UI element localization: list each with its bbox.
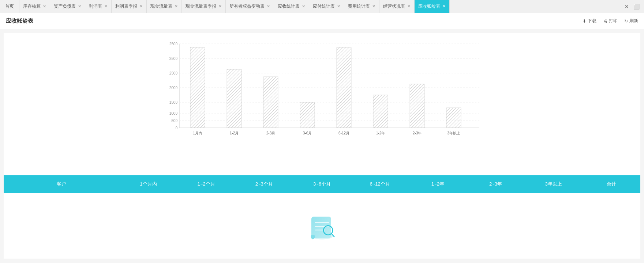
tab-expense-stat[interactable]: 费用统计表 ✕ [344, 0, 379, 13]
refresh-icon: ↻ [624, 19, 628, 24]
window-maximize-btn[interactable]: ⬜ [632, 3, 641, 10]
bar-chart: 2500 2500 2500 2000 1500 1000 500 0 1月内 … [15, 40, 629, 142]
col-1-2year: 1~2年 [409, 181, 467, 187]
main-content: 2500 2500 2500 2000 1500 1000 500 0 1月内 … [4, 33, 640, 259]
svg-text:1-2月: 1-2月 [230, 131, 239, 135]
empty-icon [304, 207, 340, 244]
svg-text:0: 0 [175, 126, 177, 130]
tab-close-inventory[interactable]: ✕ [43, 4, 46, 9]
window-controls: ✕ ⬜ [620, 3, 644, 10]
tab-inventory[interactable]: 库存核算 ✕ [19, 0, 50, 13]
col-3year-plus: 3年以上 [525, 181, 583, 187]
col-2-3year: 2~3年 [467, 181, 524, 187]
svg-rect-24 [300, 102, 315, 128]
svg-text:1月内: 1月内 [193, 131, 202, 135]
tab-close-profit-quarter[interactable]: ✕ [139, 4, 143, 9]
tab-close-ar-aging[interactable]: ✕ [442, 4, 446, 9]
svg-rect-20 [227, 69, 242, 128]
page-actions: ⬇ 下载 🖨 打印 ↻ 刷新 [583, 18, 638, 24]
svg-rect-22 [263, 77, 278, 128]
col-1-2month: 1~2个月 [177, 181, 235, 187]
col-1month: 1个月内 [119, 181, 177, 187]
svg-text:500: 500 [171, 119, 177, 123]
svg-text:2-3年: 2-3年 [413, 131, 422, 135]
tab-close-equity[interactable]: ✕ [267, 4, 270, 9]
svg-text:6-12月: 6-12月 [338, 131, 349, 135]
tab-close-cashflow[interactable]: ✕ [175, 4, 178, 9]
svg-text:1000: 1000 [169, 111, 178, 115]
svg-rect-32 [446, 108, 461, 128]
tab-profit-quarter[interactable]: 利润表季报 ✕ [112, 0, 147, 13]
page-title: 应收账龄表 [6, 18, 33, 24]
print-button[interactable]: 🖨 打印 [603, 18, 618, 24]
svg-text:2500: 2500 [169, 42, 178, 46]
tab-cashflow-quarter[interactable]: 现金流量表季报 ✕ [182, 0, 226, 13]
svg-text:3年以上: 3年以上 [447, 131, 460, 135]
col-6-12month: 6~12个月 [351, 181, 409, 187]
svg-rect-28 [373, 95, 388, 128]
col-2-3month: 2~3个月 [235, 181, 293, 187]
svg-text:1-2年: 1-2年 [376, 131, 385, 135]
window-close-btn[interactable]: ✕ [623, 3, 630, 10]
tab-ar-aging[interactable]: 应收账龄表 ✕ [415, 0, 450, 13]
download-icon: ⬇ [583, 19, 586, 24]
download-button[interactable]: ⬇ 下载 [583, 18, 596, 24]
tab-operations[interactable]: 经营状况表 ✕ [379, 0, 415, 13]
tab-close-profit[interactable]: ✕ [104, 4, 108, 9]
tab-bar: 首页 库存核算 ✕ 资产负债表 ✕ 利润表 ✕ 利润表季报 ✕ 现金流量表 ✕ … [0, 0, 644, 13]
refresh-button[interactable]: ↻ 刷新 [624, 18, 638, 24]
svg-text:2500: 2500 [169, 57, 178, 61]
col-customer: 客户 [4, 181, 119, 187]
svg-text:2000: 2000 [169, 86, 178, 90]
col-3-6month: 3~6个月 [293, 181, 351, 187]
svg-rect-30 [410, 84, 424, 128]
table-header: 客户 1个月内 1~2个月 2~3个月 3~6个月 6~12个月 1~2年 2~… [4, 175, 640, 193]
tab-equity[interactable]: 所有者权益变动表 ✕ [226, 0, 274, 13]
tab-home[interactable]: 首页 [0, 0, 19, 13]
tab-balance[interactable]: 资产负债表 ✕ [50, 0, 85, 13]
svg-text:2500: 2500 [169, 71, 178, 75]
svg-rect-26 [337, 47, 351, 128]
chart-area: 2500 2500 2500 2000 1500 1000 500 0 1月内 … [4, 33, 640, 175]
page-header: 应收账龄表 ⬇ 下载 🖨 打印 ↻ 刷新 [0, 13, 644, 29]
svg-text:2-3月: 2-3月 [266, 131, 275, 135]
tab-cashflow[interactable]: 现金流量表 ✕ [147, 0, 182, 13]
svg-text:1500: 1500 [169, 100, 178, 104]
tab-close-ap-stat[interactable]: ✕ [337, 4, 340, 9]
print-icon: 🖨 [603, 19, 607, 24]
empty-state [4, 193, 640, 259]
tab-close-expense-stat[interactable]: ✕ [372, 4, 375, 9]
tab-profit[interactable]: 利润表 ✕ [85, 0, 112, 13]
col-total: 合计 [583, 181, 640, 187]
tab-close-balance[interactable]: ✕ [78, 4, 81, 9]
svg-rect-18 [190, 47, 205, 128]
tab-ar-stat[interactable]: 应收统计表 ✕ [274, 0, 309, 13]
tab-close-operations[interactable]: ✕ [407, 4, 411, 9]
tab-close-cashflow-quarter[interactable]: ✕ [218, 4, 222, 9]
tab-ap-stat[interactable]: 应付统计表 ✕ [309, 0, 344, 13]
svg-text:3-6月: 3-6月 [303, 131, 312, 135]
tab-close-ar-stat[interactable]: ✕ [302, 4, 305, 9]
